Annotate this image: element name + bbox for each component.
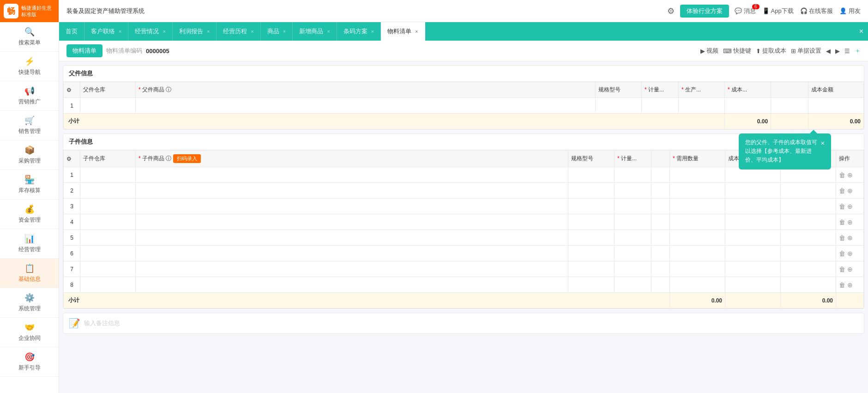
child-row-6-delete-icon[interactable]: 🗑 bbox=[839, 250, 845, 257]
navtab-bom[interactable]: 物料清单× bbox=[381, 22, 425, 41]
child-row-2-amount[interactable] bbox=[781, 183, 836, 199]
shortcut-btn[interactable]: ⌨ 快捷键 bbox=[723, 47, 751, 55]
sidebar-item-enterprise[interactable]: 🤝企业协同 bbox=[0, 318, 59, 347]
single-settings-btn[interactable]: ⊞ 单据设置 bbox=[791, 47, 821, 55]
child-row-4-amount[interactable] bbox=[781, 214, 836, 230]
sidebar-item-sales[interactable]: 🛒销售管理 bbox=[0, 111, 59, 140]
add-btn[interactable]: ＋ bbox=[855, 47, 861, 55]
child-row-1-copy-icon[interactable]: ⊕ bbox=[847, 171, 853, 179]
child-row-8-copy-icon[interactable]: ⊕ bbox=[847, 281, 853, 289]
child-row-2-unitcost[interactable] bbox=[725, 183, 781, 199]
parent-row-1-produce[interactable] bbox=[679, 98, 725, 114]
navtab-barcode[interactable]: 条码方案× bbox=[337, 22, 381, 41]
parent-row-1-amount[interactable] bbox=[808, 98, 864, 114]
child-row-7-product[interactable] bbox=[136, 261, 568, 277]
child-row-4-unit[interactable] bbox=[615, 214, 651, 230]
child-row-1-product[interactable] bbox=[136, 167, 568, 183]
navtab-close-customers[interactable]: × bbox=[119, 29, 121, 34]
navtab-close-barcode[interactable]: × bbox=[371, 29, 374, 34]
child-row-3-unitcost[interactable] bbox=[725, 199, 781, 214]
parent-row-1-unit[interactable] bbox=[642, 98, 679, 114]
child-row-1-unit[interactable] bbox=[615, 167, 651, 183]
sidebar-item-operations[interactable]: 📊经营管理 bbox=[0, 229, 59, 259]
child-row-2-qty[interactable] bbox=[670, 183, 725, 199]
nav-prev-btn[interactable]: ◀ bbox=[826, 48, 831, 54]
child-row-1-warehouse[interactable] bbox=[80, 167, 136, 183]
app-download-btn[interactable]: 📱 App下载 bbox=[762, 7, 794, 15]
child-row-6-product[interactable] bbox=[136, 246, 568, 261]
child-row-3-copy-icon[interactable]: ⊕ bbox=[847, 203, 853, 210]
trial-btn[interactable]: 体验行业方案 bbox=[680, 5, 729, 18]
child-row-8-unitcost[interactable] bbox=[725, 277, 781, 293]
child-row-5-warehouse[interactable] bbox=[80, 230, 136, 246]
child-row-6-unitcost[interactable] bbox=[725, 246, 781, 261]
navtab-products[interactable]: 商品× bbox=[261, 22, 293, 41]
list-view-btn[interactable]: ☰ bbox=[844, 48, 850, 54]
child-row-2-product[interactable] bbox=[136, 183, 568, 199]
child-row-3-spec[interactable] bbox=[568, 199, 615, 214]
child-row-4-copy-icon[interactable]: ⊕ bbox=[847, 218, 853, 226]
navtab-customers[interactable]: 客户联络× bbox=[84, 22, 128, 41]
child-row-6-unit[interactable] bbox=[615, 246, 651, 261]
child-row-8-product[interactable] bbox=[136, 277, 568, 293]
child-row-4-delete-icon[interactable]: 🗑 bbox=[839, 218, 845, 226]
child-row-1-qty[interactable] bbox=[670, 167, 725, 183]
navtab-close-operations[interactable]: × bbox=[163, 29, 165, 34]
child-row-4-product[interactable] bbox=[136, 214, 568, 230]
navtab-operations[interactable]: 经营情况× bbox=[128, 22, 172, 41]
child-row-7-qty[interactable] bbox=[670, 261, 725, 277]
child-row-5-unitcost[interactable] bbox=[725, 230, 781, 246]
child-row-6-amount[interactable] bbox=[781, 246, 836, 261]
child-row-6-copy-icon[interactable]: ⊕ bbox=[847, 250, 853, 257]
child-row-3-product[interactable] bbox=[136, 199, 568, 214]
child-row-4-spec[interactable] bbox=[568, 214, 615, 230]
child-row-2-warehouse[interactable] bbox=[80, 183, 136, 199]
online-service-btn[interactable]: 🎧 在线客服 bbox=[800, 7, 833, 15]
child-row-2-copy-icon[interactable]: ⊕ bbox=[847, 187, 853, 194]
child-row-4-unitcost[interactable] bbox=[725, 214, 781, 230]
child-row-7-unitcost[interactable] bbox=[725, 261, 781, 277]
child-row-7-copy-icon[interactable]: ⊕ bbox=[847, 266, 853, 273]
navtab-home[interactable]: 首页 bbox=[59, 22, 84, 41]
child-row-6-qty[interactable] bbox=[670, 246, 725, 261]
child-row-3-warehouse[interactable] bbox=[80, 199, 136, 214]
bom-list-tab[interactable]: 物料清单 bbox=[66, 44, 102, 57]
child-row-2-spec[interactable] bbox=[568, 183, 615, 199]
child-row-8-spec[interactable] bbox=[568, 277, 615, 293]
navtab-close-bom[interactable]: × bbox=[415, 29, 418, 34]
child-row-7-unit[interactable] bbox=[615, 261, 651, 277]
note-placeholder[interactable]: 输入备注信息 bbox=[84, 319, 120, 327]
child-row-5-amount[interactable] bbox=[781, 230, 836, 246]
child-row-4-warehouse[interactable] bbox=[80, 214, 136, 230]
scan-input-btn[interactable]: 扫码录入 bbox=[173, 154, 201, 163]
sidebar-item-guide[interactable]: 🎯新手引导 bbox=[0, 347, 59, 377]
child-row-1-amount[interactable] bbox=[781, 167, 836, 183]
child-row-1-unitcost[interactable] bbox=[725, 167, 781, 183]
child-row-5-qty[interactable] bbox=[670, 230, 725, 246]
child-row-1-spec[interactable] bbox=[568, 167, 615, 183]
view-video-btn[interactable]: ▶ 视频 bbox=[700, 47, 718, 55]
parent-row-1-cost[interactable] bbox=[725, 98, 771, 114]
child-row-5-spec[interactable] bbox=[568, 230, 615, 246]
parent-row-1-warehouse[interactable] bbox=[80, 98, 136, 114]
child-row-2-unit[interactable] bbox=[615, 183, 651, 199]
child-row-5-product[interactable] bbox=[136, 230, 568, 246]
child-th-settings[interactable]: ⚙ bbox=[64, 151, 80, 167]
child-row-5-unit[interactable] bbox=[615, 230, 651, 246]
child-row-3-unit[interactable] bbox=[615, 199, 651, 214]
sidebar-item-system[interactable]: ⚙️系统管理 bbox=[0, 288, 59, 318]
child-row-8-warehouse[interactable] bbox=[80, 277, 136, 293]
close-all-tabs-btn[interactable]: × bbox=[855, 27, 868, 36]
child-row-2-delete-icon[interactable]: 🗑 bbox=[839, 187, 845, 194]
child-row-7-warehouse[interactable] bbox=[80, 261, 136, 277]
navtab-close-products[interactable]: × bbox=[283, 29, 286, 34]
child-row-8-delete-icon[interactable]: 🗑 bbox=[839, 281, 845, 289]
settings-icon[interactable]: ⚙ bbox=[667, 6, 675, 16]
child-row-1-delete-icon[interactable]: 🗑 bbox=[839, 171, 845, 179]
child-row-8-unit[interactable] bbox=[615, 277, 651, 293]
child-row-7-amount[interactable] bbox=[781, 261, 836, 277]
parent-row-1-product[interactable] bbox=[136, 98, 596, 114]
sidebar-item-marketing[interactable]: 📢营销推广 bbox=[0, 81, 59, 111]
navtab-newproducts[interactable]: 新增商品× bbox=[293, 22, 337, 41]
navtab-close-newproducts[interactable]: × bbox=[327, 29, 330, 34]
